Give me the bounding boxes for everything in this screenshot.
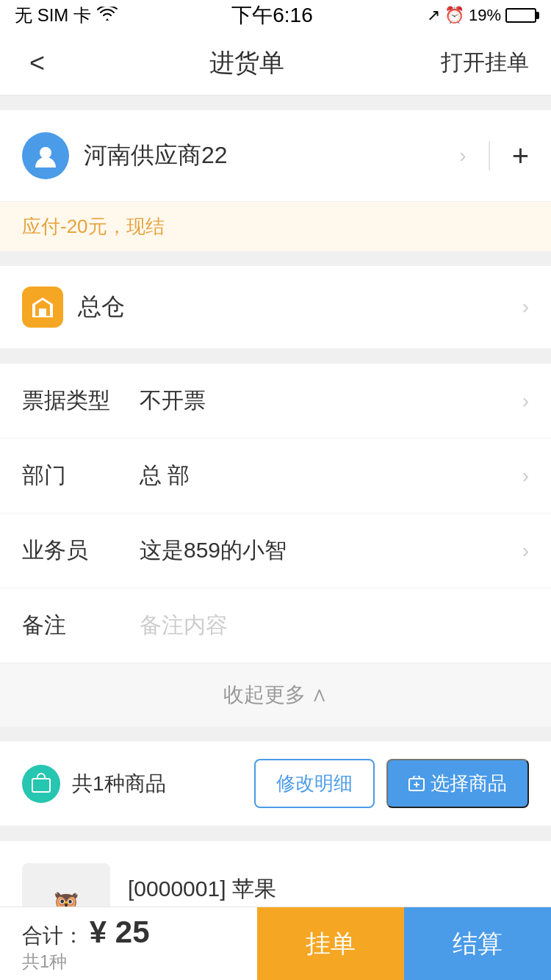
total-sub: 共1种 <box>22 950 235 973</box>
bottom-bar: 合计： ¥ 25 共1种 挂单 结算 <box>0 907 551 980</box>
sales-label: 业务员 <box>22 536 140 566</box>
form-section: 票据类型 不开票 › 部门 总 部 › 业务员 这是859的小智 › 备注 备注… <box>0 364 551 663</box>
alarm-icon: ⏰ <box>444 6 464 25</box>
select-product-label: 选择商品 <box>431 771 507 796</box>
battery-percent: 19% <box>469 6 501 25</box>
divider-1 <box>0 96 551 110</box>
dept-row[interactable]: 部门 总 部 › <box>0 439 551 514</box>
supplier-avatar <box>22 132 69 179</box>
product-name: [0000001] 苹果 <box>128 874 494 904</box>
status-left: 无 SIM 卡 <box>15 4 118 27</box>
divider-3 <box>0 349 551 364</box>
battery-icon <box>505 8 536 23</box>
checkout-button[interactable]: 结算 <box>404 907 551 981</box>
warehouse-section: 总仓 › <box>0 266 551 349</box>
location-icon: ↗ <box>427 6 440 25</box>
warehouse-chevron-icon: › <box>522 295 529 319</box>
status-right: ↗ ⏰ 19% <box>427 6 536 25</box>
supplier-card: 河南供应商22 › + 应付-20元，现结 <box>0 110 551 251</box>
remark-label: 备注 <box>22 610 140 641</box>
supplier-row[interactable]: 河南供应商22 › + <box>0 110 551 202</box>
hang-button[interactable]: 挂单 <box>257 907 404 981</box>
page-title: 进货单 <box>209 46 284 80</box>
supplier-divider <box>489 141 490 170</box>
collapse-toggle[interactable]: 收起更多 ∧ <box>0 663 551 727</box>
carrier-text: 无 SIM 卡 <box>15 4 91 27</box>
invoice-row[interactable]: 票据类型 不开票 › <box>0 364 551 439</box>
invoice-value: 不开票 <box>140 386 522 416</box>
warehouse-name: 总仓 <box>78 291 522 323</box>
sales-value: 这是859的小智 <box>140 536 522 566</box>
status-bar: 无 SIM 卡 下午6:16 ↗ ⏰ 19% <box>0 0 551 31</box>
products-icon <box>22 765 60 803</box>
dept-value: 总 部 <box>140 461 522 491</box>
products-count: 共1种商品 <box>72 770 254 798</box>
notice-text: 应付-20元，现结 <box>22 215 165 237</box>
total-row: 合计： ¥ 25 <box>22 915 235 950</box>
notice-bar: 应付-20元，现结 <box>0 202 551 251</box>
select-product-button[interactable]: 选择商品 <box>386 759 529 808</box>
back-button[interactable]: < <box>22 40 52 86</box>
remark-row[interactable]: 备注 备注内容 <box>0 588 551 663</box>
collapse-label: 收起更多 ∧ <box>223 681 328 709</box>
product-code: [0000001] <box>128 876 226 901</box>
edit-detail-button[interactable]: 修改明细 <box>254 759 375 808</box>
products-header: 共1种商品 修改明细 选择商品 <box>0 741 551 826</box>
svg-rect-2 <box>32 779 50 792</box>
total-amount: ¥ 25 <box>90 915 150 949</box>
svg-rect-1 <box>39 309 46 316</box>
total-section: 合计： ¥ 25 共1种 <box>0 915 257 973</box>
total-label: 合计： <box>22 924 84 947</box>
supplier-name: 河南供应商22 <box>84 140 459 172</box>
product-title: 苹果 <box>232 876 276 901</box>
add-supplier-button[interactable]: + <box>512 140 529 173</box>
dept-label: 部门 <box>22 461 140 491</box>
wifi-icon <box>97 5 118 26</box>
supplier-chevron-icon: › <box>459 144 466 167</box>
invoice-chevron-icon: › <box>522 389 529 413</box>
nav-bar: < 进货单 打开挂单 <box>0 31 551 96</box>
sales-chevron-icon: › <box>522 539 529 563</box>
open-hang-button[interactable]: 打开挂单 <box>441 48 529 78</box>
warehouse-icon <box>22 287 63 328</box>
status-time: 下午6:16 <box>231 1 313 29</box>
dept-chevron-icon: › <box>522 464 529 488</box>
divider-2 <box>0 251 551 266</box>
sales-row[interactable]: 业务员 这是859的小智 › <box>0 514 551 588</box>
warehouse-row[interactable]: 总仓 › <box>0 266 551 349</box>
svg-point-0 <box>40 147 51 159</box>
invoice-label: 票据类型 <box>22 386 140 416</box>
remark-input[interactable]: 备注内容 <box>140 610 529 641</box>
divider-4 <box>0 727 551 741</box>
